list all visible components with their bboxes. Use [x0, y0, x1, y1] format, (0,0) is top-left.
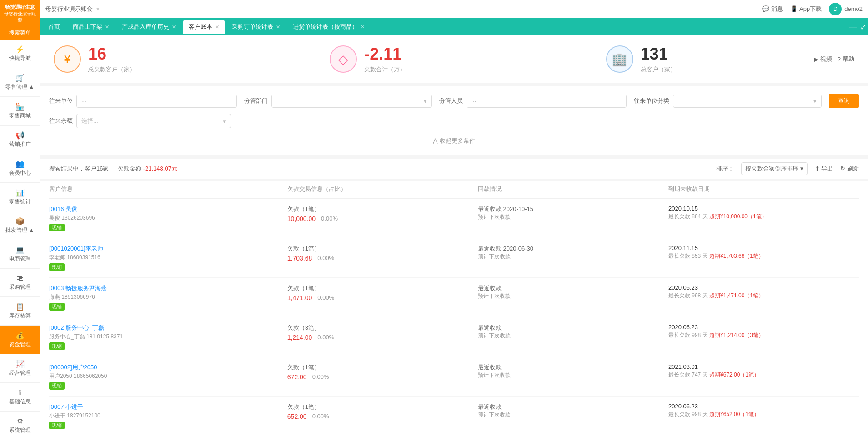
overdue-link[interactable]: 超期¥672.00（1笔）: [709, 372, 759, 378]
sidebar-item-零售商城[interactable]: 🏪零售商城: [0, 97, 40, 126]
table-row: [0002]服务中心_丁磊 服务中心_丁磊 181 0125 8371 现销 欠…: [49, 317, 859, 357]
sidebar-icon: 👥: [2, 160, 38, 168]
table-body: [0016]吴俊 吴俊 13026203696 现销 欠款（1笔） 10,000…: [49, 199, 859, 437]
customer-name[interactable]: [0007]小进干: [49, 403, 83, 410]
sidebar-icon: ⚙: [2, 417, 38, 426]
export-icon: ⬆: [815, 165, 822, 172]
tab-2[interactable]: 产成品入库单历史✕: [116, 20, 181, 34]
sidebar-item-基础信息[interactable]: ℹ基础信息: [0, 383, 40, 412]
minimize-icon[interactable]: —: [849, 23, 857, 31]
message-link[interactable]: 💬 消息: [762, 5, 783, 13]
filter-row-2: 往来余额 选择... ▾: [49, 114, 231, 128]
sidebar-icon: 📋: [2, 302, 38, 311]
customer-name[interactable]: [0003]畅捷服务尹海燕: [49, 285, 107, 291]
overdue-link[interactable]: 超期¥1,214.00（3笔）: [709, 332, 764, 338]
sidebar-item-电商管理[interactable]: 💻电商管理: [0, 240, 40, 269]
customer-name[interactable]: [000002]用户2050: [49, 364, 97, 371]
tab-5[interactable]: 进货单统计表（按商品）✕: [287, 20, 370, 34]
overdue-link[interactable]: 超期¥1,703.68（1笔）: [709, 253, 764, 259]
sidebar-item-库存核算[interactable]: 📋库存核算: [0, 297, 40, 326]
debt-info-cell: 欠款（1笔） 1,471.00 0.00%: [287, 284, 478, 311]
sidebar-icon: 💻: [2, 246, 38, 254]
manager-input[interactable]: ···: [467, 95, 627, 108]
sidebar-item-营销推广[interactable]: 📢营销推广: [0, 126, 40, 154]
chevron-down-icon-3: ▾: [223, 118, 226, 125]
tab-3[interactable]: 客户账本✕: [183, 20, 225, 34]
mobile-icon: 📱: [790, 5, 798, 12]
top-bar-right: 💬 消息 📱 App下载 D demo2: [762, 3, 863, 15]
sidebar-icon: 📢: [2, 131, 38, 140]
refresh-btn[interactable]: ↻ 刷新: [840, 165, 859, 173]
sidebar-item-系统管理[interactable]: ⚙系统管理: [0, 412, 40, 437]
tab-0[interactable]: 首页: [43, 20, 65, 34]
customer-name[interactable]: [0002]服务中心_丁磊: [49, 324, 104, 331]
tab-close[interactable]: ✕: [361, 24, 365, 30]
due-date-cell: 2020.06.23 最长欠款 998 天 超期¥652.00（1笔）: [668, 403, 859, 429]
next-payment: 预计下次收款: [478, 411, 668, 419]
overdue-link[interactable]: 超期¥1,471.00（1笔）: [709, 292, 764, 299]
overdue-link[interactable]: 超期¥652.00（1笔）: [709, 411, 759, 417]
stats-row: ¥ 16 总欠款客户（家） ◇ -2.11 欠款合计（万） 🏢: [40, 35, 868, 83]
balance-select[interactable]: 选择... ▾: [76, 114, 231, 128]
sidebar-item-快捷导航[interactable]: ⚡快捷导航: [0, 40, 40, 68]
category-select[interactable]: ▾: [673, 95, 822, 108]
debt-count: 欠款（3笔）: [287, 324, 478, 332]
sidebar-item-会员中心[interactable]: 👥会员中心: [0, 154, 40, 183]
customer-name[interactable]: [0016]吴俊: [49, 206, 77, 212]
debt-amount: -21,148.07元: [143, 165, 177, 172]
sidebar-icon: 🛍: [2, 274, 38, 282]
sidebar-item-零售统计[interactable]: 📊零售统计: [0, 183, 40, 211]
table-header-col-1: 欠款交易信息（占比）: [287, 185, 478, 193]
user-avatar[interactable]: D demo2: [829, 3, 863, 15]
sidebar-icon: ℹ: [2, 388, 38, 397]
vendor-input[interactable]: ···: [76, 95, 237, 108]
dept-select[interactable]: ▾: [271, 95, 432, 108]
tab-close[interactable]: ✕: [215, 24, 219, 30]
filter-label-3: 分管人员: [439, 97, 463, 105]
customer-info-cell: [0016]吴俊 吴俊 13026203696 现销: [49, 205, 287, 231]
sidebar-icon: 💰: [2, 331, 38, 340]
tab-close[interactable]: ✕: [276, 24, 280, 30]
customer-tag: 现销: [49, 382, 65, 390]
top-bar: 母婴行业演示账套 ▾ 💬 消息 📱 App下载 D demo2: [40, 0, 868, 18]
last-payment: 最近收款: [478, 324, 668, 332]
debt-count: 欠款（1笔）: [287, 363, 478, 372]
tab-label: 客户账本: [189, 23, 212, 31]
dots-icon: ···: [81, 98, 86, 105]
sidebar-item-资金管理[interactable]: 💰资金管理: [0, 326, 40, 354]
sort-select[interactable]: 按欠款金额倒序排序 ▾: [741, 162, 808, 175]
tab-1[interactable]: 商品上下架✕: [67, 20, 115, 34]
account-selector[interactable]: 母婴行业演示账套: [45, 5, 93, 13]
sidebar-item-采购管理[interactable]: 🛍采购管理: [0, 269, 40, 297]
debt-info-cell: 欠款（1笔） 10,000.00 0.00%: [287, 205, 478, 231]
logo-subtitle: 母婴行业演示账套: [4, 11, 36, 23]
debt-percent: 0.00%: [317, 334, 334, 341]
customer-name[interactable]: [0001020001]李老师: [49, 245, 103, 252]
filter-item-2: 分管部门 ▾: [244, 95, 432, 108]
video-link[interactable]: ▶ 视频: [814, 55, 832, 63]
help-link[interactable]: ? 帮助: [838, 55, 854, 63]
search-button[interactable]: 查询: [829, 94, 859, 108]
table-row: [0007]小进干 小进干 18279152100 现销 欠款（1笔） 652.…: [49, 397, 859, 436]
tab-close[interactable]: ✕: [172, 24, 176, 30]
sidebar-item-零售管理[interactable]: 🛒零售管理 ▲: [0, 68, 40, 97]
overdue-link[interactable]: 超期¥10,000.00（1笔）: [709, 213, 767, 220]
tab-close[interactable]: ✕: [105, 24, 109, 30]
collapse-button[interactable]: ⋀ 收起更多条件: [49, 134, 859, 148]
maximize-icon[interactable]: ⤢: [860, 23, 866, 31]
customer-phone: 李老师 18600391516: [49, 254, 287, 261]
debt-count: 欠款（1笔）: [287, 403, 478, 411]
filter-label-5: 往来余额: [49, 117, 73, 125]
sidebar-item-批发管理[interactable]: 📦批发管理 ▲: [0, 211, 40, 240]
app-download-link[interactable]: 📱 App下载: [790, 5, 822, 13]
table-row: [000002]用户2050 用户2050 18665062050 现销 欠款（…: [49, 357, 859, 397]
debt-info-cell: 欠款（1笔） 672.00 0.00%: [287, 363, 478, 390]
sidebar-item-经营管理[interactable]: 📈经营管理: [0, 354, 40, 383]
export-btn[interactable]: ⬆ 导出: [815, 165, 833, 173]
filter-item-4: 往来单位分类 ▾: [634, 95, 822, 108]
result-text: 搜索结果中，客户16家: [49, 165, 109, 172]
stat-2-value: -2.11: [364, 45, 406, 64]
tab-4[interactable]: 采购订单统计表✕: [226, 20, 286, 34]
sidebar-search[interactable]: 搜索菜单: [0, 26, 40, 40]
debt-info-cell: 欠款（1笔） 1,703.68 0.00%: [287, 245, 478, 271]
